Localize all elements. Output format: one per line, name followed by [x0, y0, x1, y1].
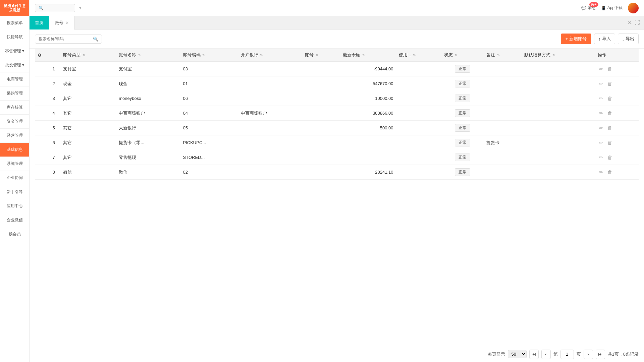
sidebar-item-operations-manage[interactable]: 经营管理 — [0, 129, 29, 143]
row-remark — [484, 106, 522, 121]
sidebar-item-wholesale-manage[interactable]: 批发管理 ▾ — [0, 58, 29, 72]
sidebar-item-enterprise-wechat[interactable]: 企业微信 — [0, 213, 29, 227]
edit-btn[interactable]: ✏ — [599, 140, 603, 145]
import-button[interactable]: ↑ 导入 — [594, 34, 615, 44]
col-code[interactable]: 账号编码 ⇅ — [180, 49, 238, 62]
page-total-word: 页 — [577, 351, 581, 357]
row-settings-cell — [35, 121, 47, 135]
page-last-btn[interactable]: ⏭ — [596, 350, 605, 359]
tab-account[interactable]: 账号 ✕ — [49, 16, 74, 29]
delete-btn[interactable]: 🗑 — [607, 155, 612, 160]
sidebar-item-member[interactable]: 畅会员 — [0, 227, 29, 241]
logo-line1: 畅捷通付生意 — [4, 4, 26, 8]
col-usage[interactable]: 使用... ⇅ — [396, 49, 441, 62]
sidebar-item-basic-info[interactable]: 基础信息 — [0, 143, 29, 157]
table-row: 3 其它 moneybosx 06 10000.00 正常 ✏ 🗑 — [35, 91, 639, 106]
row-balance: -90444.00 — [340, 62, 396, 76]
status-badge: 正常 — [455, 154, 470, 161]
row-name: 提货卡（零... — [116, 135, 180, 150]
row-default-payment — [522, 150, 595, 165]
delete-btn[interactable]: 🗑 — [607, 169, 612, 175]
edit-btn[interactable]: ✏ — [599, 110, 603, 116]
tab-account-label: 账号 — [55, 20, 63, 26]
app-download-btn[interactable]: 📱 App下载 — [601, 5, 623, 11]
message-btn[interactable]: 💬 消息 99+ — [581, 5, 596, 11]
row-num: 6 — [47, 135, 60, 150]
edit-btn[interactable]: ✏ — [599, 66, 603, 72]
col-bank[interactable]: 开户银行 ⇅ — [238, 49, 302, 62]
row-code: 03 — [180, 62, 238, 76]
sort-code-icon: ⇅ — [202, 53, 205, 57]
status-badge: 正常 — [455, 65, 470, 73]
toolbar-right: + 新增账号 ↑ 导入 ↓ 导出 — [561, 34, 639, 44]
table-row: 4 其它 中百商场账户 04 中百商场账户 383866.00 正常 ✏ 🗑 — [35, 106, 639, 121]
add-account-button[interactable]: + 新增账号 — [561, 34, 591, 44]
status-badge: 正常 — [455, 80, 470, 87]
row-actions: ✏ 🗑 — [595, 121, 639, 135]
page-next-btn[interactable]: › — [584, 350, 593, 359]
toolbar-left: 🔍 — [35, 35, 102, 44]
row-actions: ✏ 🗑 — [595, 62, 639, 76]
sidebar-item-purchase-manage[interactable]: 采购管理 — [0, 86, 29, 101]
page-size-select[interactable]: 50 100 200 — [508, 350, 527, 358]
row-account — [302, 135, 340, 150]
sidebar-item-capital-manage[interactable]: 资金管理 — [0, 115, 29, 129]
col-settings[interactable]: ⚙ — [35, 49, 47, 62]
row-code: 02 — [180, 165, 238, 180]
accounts-table: ⚙ 账号类型 ⇅ 账号名称 ⇅ 账号编码 ⇅ 开户银行 ⇅ 账号 ⇅ 最新余额 … — [35, 49, 639, 180]
export-button[interactable]: ↓ 导出 — [618, 34, 639, 44]
col-account[interactable]: 账号 ⇅ — [302, 49, 340, 62]
row-name: 大新银行 — [116, 121, 180, 135]
row-status: 正常 — [441, 135, 484, 150]
sidebar-item-enterprise-agreement[interactable]: 企业协同 — [0, 171, 29, 185]
delete-btn[interactable]: 🗑 — [607, 96, 612, 101]
tab-right-icons: ✕ ⛶ — [628, 19, 644, 26]
tab-minimize-icon[interactable]: ✕ — [628, 19, 632, 26]
col-name[interactable]: 账号名称 ⇅ — [116, 49, 180, 62]
sidebar-item-search-menu[interactable]: 搜索菜单 — [0, 16, 29, 30]
search-input[interactable] — [39, 37, 91, 41]
edit-btn[interactable]: ✏ — [599, 169, 603, 175]
page-input[interactable] — [560, 350, 574, 359]
col-balance[interactable]: 最新余额 ⇅ — [340, 49, 396, 62]
settings-icon[interactable]: ⚙ — [38, 53, 42, 58]
sidebar-item-app-center[interactable]: 应用中心 — [0, 199, 29, 213]
user-avatar[interactable] — [628, 3, 639, 13]
row-status: 正常 — [441, 76, 484, 91]
row-remark — [484, 121, 522, 135]
edit-btn[interactable]: ✏ — [599, 81, 603, 86]
page-prev-btn[interactable]: ‹ — [541, 350, 551, 359]
col-remark[interactable]: 备注 ⇅ — [484, 49, 522, 62]
delete-btn[interactable]: 🗑 — [607, 66, 612, 72]
delete-btn[interactable]: 🗑 — [607, 140, 612, 145]
import-icon: ↑ — [598, 37, 601, 42]
sidebar-item-inventory-check[interactable]: 库存核算 — [0, 101, 29, 115]
sidebar-item-beginner-guide[interactable]: 新手引导 — [0, 185, 29, 199]
delete-btn[interactable]: 🗑 — [607, 125, 612, 131]
app-icon: 📱 — [601, 6, 606, 10]
row-name: 中百商场账户 — [116, 106, 180, 121]
page-first-btn[interactable]: ⏮ — [529, 350, 539, 359]
sort-bank-icon: ⇅ — [260, 53, 263, 57]
total-label: 共1页，8条记录 — [608, 351, 639, 357]
row-actions: ✏ 🗑 — [595, 91, 639, 106]
col-type[interactable]: 账号类型 ⇅ — [60, 49, 116, 62]
tab-maximize-icon[interactable]: ⛶ — [635, 20, 640, 26]
tab-close-icon[interactable]: ✕ — [65, 20, 69, 25]
delete-btn[interactable]: 🗑 — [607, 110, 612, 116]
edit-btn[interactable]: ✏ — [599, 96, 603, 101]
delete-btn[interactable]: 🗑 — [607, 81, 612, 86]
search-submit-icon[interactable]: 🔍 — [93, 37, 98, 42]
col-status[interactable]: 状态 ⇅ — [441, 49, 484, 62]
tab-home[interactable]: 首页 — [30, 16, 49, 29]
table-row: 6 其它 提货卡（零... PICKUPC... 正常 提货卡 ✏ 🗑 — [35, 135, 639, 150]
sidebar-item-ecommerce-manage[interactable]: 电商管理 — [0, 72, 29, 86]
sidebar-item-system-manage[interactable]: 系统管理 — [0, 157, 29, 171]
sidebar-item-quick-nav[interactable]: 快捷导航 — [0, 30, 29, 44]
row-settings-cell — [35, 106, 47, 121]
status-badge: 正常 — [455, 139, 470, 146]
edit-btn[interactable]: ✏ — [599, 155, 603, 160]
col-default-payment[interactable]: 默认结算方式 ⇅ — [522, 49, 595, 62]
sidebar-item-retail-manage[interactable]: 零售管理 ▾ — [0, 44, 29, 58]
edit-btn[interactable]: ✏ — [599, 125, 603, 131]
